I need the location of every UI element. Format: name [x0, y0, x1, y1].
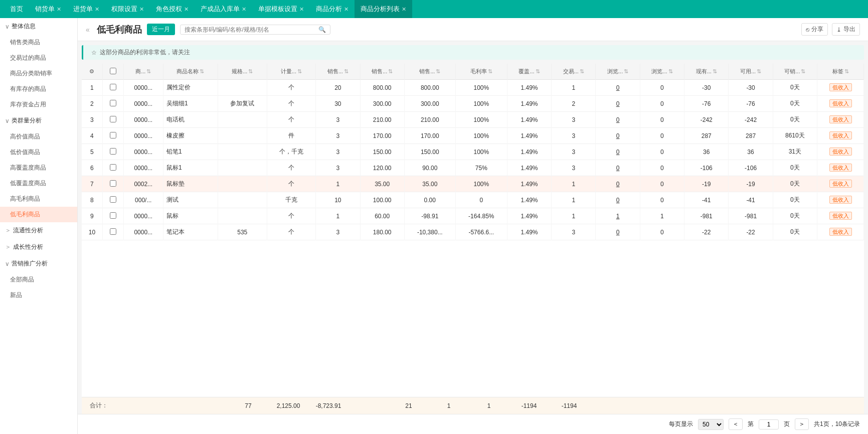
- row-browse1[interactable]: 0: [596, 160, 640, 176]
- row-checkbox[interactable]: [102, 144, 123, 160]
- col-spec[interactable]: 规格...⇅: [218, 64, 267, 80]
- close-purchase-order-icon[interactable]: ✕: [95, 6, 99, 13]
- nav-product-analysis-list[interactable]: 商品分析列表 ✕: [355, 0, 412, 18]
- sidebar-item-capital-use[interactable]: 库存资金占用: [0, 97, 77, 112]
- sidebar-item-high-value[interactable]: 高价值商品: [0, 129, 77, 144]
- sidebar-item-traded-products[interactable]: 交易过的商品: [0, 50, 77, 66]
- arrow-flow-icon: ＞: [5, 226, 11, 235]
- sidebar-item-new-products[interactable]: 新品: [0, 287, 77, 303]
- close-permission-icon[interactable]: ✕: [139, 6, 144, 13]
- row-browse1[interactable]: 0: [596, 176, 640, 192]
- close-template-icon[interactable]: ✕: [299, 6, 304, 13]
- col-tag[interactable]: 标签⇅: [817, 64, 864, 80]
- sidebar-group-flow[interactable]: ＞ 流通性分析: [0, 222, 77, 239]
- row-browse1[interactable]: 0: [596, 96, 640, 112]
- row-checkbox[interactable]: [102, 128, 123, 144]
- nav-home[interactable]: 首页: [4, 0, 29, 18]
- row-checkbox[interactable]: [102, 112, 123, 128]
- per-page-select[interactable]: 50 100 200: [698, 419, 724, 430]
- nav-role-auth[interactable]: 角色授权 ✕: [150, 0, 195, 18]
- row-browse1[interactable]: 0: [596, 144, 640, 160]
- row-browse1[interactable]: 0: [596, 80, 640, 96]
- page-input[interactable]: [759, 419, 779, 429]
- row-checkbox[interactable]: [102, 192, 123, 208]
- sidebar-item-low-coverage[interactable]: 低覆盖度商品: [0, 176, 77, 191]
- sidebar-item-high-margin[interactable]: 高毛利商品: [0, 191, 77, 207]
- col-coverage[interactable]: 覆盖...⇅: [507, 64, 551, 80]
- row-checkbox[interactable]: [102, 96, 123, 112]
- nav-template-settings[interactable]: 单据模板设置 ✕: [252, 0, 310, 18]
- col-name[interactable]: 商品名称⇅: [163, 64, 218, 80]
- col-trade-count[interactable]: 交易...⇅: [552, 64, 596, 80]
- sidebar-item-category-assist[interactable]: 商品分类助销率: [0, 66, 77, 81]
- search-input[interactable]: [185, 26, 318, 33]
- col-sales-qty[interactable]: 销售...⇅: [316, 64, 360, 80]
- row-checkbox[interactable]: [102, 176, 123, 192]
- col-browse1[interactable]: 浏览...⇅: [596, 64, 640, 80]
- row-checkbox[interactable]: [102, 80, 123, 96]
- sidebar-group-overall[interactable]: ∨ 整体信息: [0, 18, 77, 35]
- sidebar-item-in-stock[interactable]: 有库存的商品: [0, 81, 77, 97]
- col-checkbox-all[interactable]: [102, 64, 123, 80]
- sidebar-item-high-coverage[interactable]: 高覆盖度商品: [0, 160, 77, 176]
- row-gross-margin: 0: [455, 192, 507, 208]
- filter-button[interactable]: 近一月: [147, 24, 175, 35]
- row-gross-margin: 100%: [455, 112, 507, 128]
- header-actions: ⎋ 分享 ⤓ 导出: [801, 23, 860, 36]
- prev-page-button[interactable]: ＜: [729, 418, 743, 430]
- nav-product-entry[interactable]: 产成品入库单 ✕: [195, 0, 252, 18]
- sidebar-item-all-products[interactable]: 全部商品: [0, 272, 77, 287]
- sidebar-group-growth[interactable]: ＞ 成长性分析: [0, 239, 77, 255]
- sidebar-group-cluster[interactable]: ∨ 类群量分析: [0, 112, 77, 129]
- row-browse1[interactable]: 0: [596, 112, 640, 128]
- col-current[interactable]: 现有...⇅: [684, 64, 729, 80]
- sidebar-group-cluster-label: 类群量分析: [12, 116, 42, 125]
- select-all-checkbox[interactable]: [110, 68, 116, 74]
- row-browse2: 0: [640, 160, 684, 176]
- row-sales-amt: 210.00: [360, 112, 404, 128]
- row-sales-amt: 120.00: [360, 160, 404, 176]
- next-page-button[interactable]: ＞: [795, 418, 809, 430]
- row-browse1[interactable]: 0: [596, 224, 640, 240]
- sidebar-item-low-margin[interactable]: 低毛利商品: [0, 207, 77, 222]
- share-button[interactable]: ⎋ 分享: [801, 23, 828, 36]
- search-icon[interactable]: 🔍: [318, 26, 326, 33]
- close-analysis-list-icon[interactable]: ✕: [402, 6, 406, 13]
- close-product-entry-icon[interactable]: ✕: [242, 6, 246, 13]
- sidebar-collapse-btn[interactable]: «: [86, 26, 90, 34]
- nav-purchase-order[interactable]: 进货单 ✕: [67, 0, 105, 18]
- row-no: 5: [82, 144, 102, 160]
- col-available[interactable]: 可用...⇅: [729, 64, 773, 80]
- nav-permission-settings[interactable]: 权限设置 ✕: [105, 0, 150, 18]
- row-browse1[interactable]: 0: [596, 192, 640, 208]
- row-browse1[interactable]: 1: [596, 208, 640, 224]
- row-available: -22: [729, 224, 773, 240]
- row-checkbox[interactable]: [102, 224, 123, 240]
- row-browse1[interactable]: 0: [596, 128, 640, 144]
- table-container[interactable]: ⚙ 商...⇅ 商品名称⇅ 规格...⇅ 计量...⇅ 销售...⇅ 销售...…: [82, 64, 864, 397]
- col-sales-amt[interactable]: 销售...⇅: [360, 64, 404, 80]
- close-sales-order-icon[interactable]: ✕: [57, 6, 61, 13]
- col-unit[interactable]: 计量...⇅: [267, 64, 316, 80]
- row-checkbox[interactable]: [102, 160, 123, 176]
- col-settings[interactable]: ⚙: [82, 64, 102, 80]
- close-role-icon[interactable]: ✕: [184, 6, 189, 13]
- sidebar-item-low-value[interactable]: 低价值商品: [0, 144, 77, 160]
- nav-sales-order[interactable]: 销货单 ✕: [29, 0, 67, 18]
- col-gross-margin[interactable]: 毛利率⇅: [455, 64, 507, 80]
- row-tag: 低收入: [817, 112, 864, 128]
- col-code[interactable]: 商...⇅: [123, 64, 163, 80]
- col-sales-profit[interactable]: 销售...⇅: [404, 64, 455, 80]
- row-code: 0000...: [123, 96, 163, 112]
- row-no: 8: [82, 192, 102, 208]
- col-sellable[interactable]: 可销...⇅: [773, 64, 817, 80]
- row-checkbox[interactable]: [102, 208, 123, 224]
- col-browse2[interactable]: 浏览...⇅: [640, 64, 684, 80]
- nav-product-analysis[interactable]: 商品分析 ✕: [310, 0, 355, 18]
- sidebar-item-sales-products[interactable]: 销售类商品: [0, 35, 77, 50]
- export-button[interactable]: ⤓ 导出: [832, 23, 860, 36]
- sidebar-group-marketing[interactable]: ∨ 营销推广分析: [0, 255, 77, 272]
- row-spec: 参加复试: [218, 96, 267, 112]
- row-name: 电话机: [163, 112, 218, 128]
- close-analysis-icon[interactable]: ✕: [344, 6, 349, 13]
